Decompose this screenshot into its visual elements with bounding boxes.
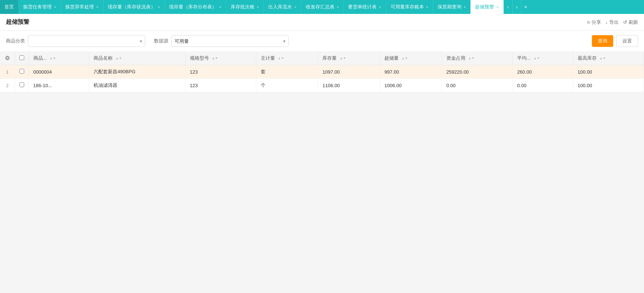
table-row: 1 0000004 六配套新昌490BPG 123 套 1097.00 997.… [0, 65, 644, 79]
nav-item-in-out-flow[interactable]: 出入库流水 × [264, 0, 301, 14]
nav-item-inventory-dist[interactable]: 现存量（库存分布表） × [165, 0, 226, 14]
category-select[interactable] [28, 35, 145, 47]
cell-capital: 259220.00 [442, 65, 512, 79]
close-expiry-query[interactable]: × [464, 5, 466, 9]
close-abnormal[interactable]: × [96, 5, 98, 9]
cell-product-code: 186-10... [29, 79, 89, 92]
close-inventory-dist[interactable]: × [219, 5, 221, 9]
page-container: 超储预警 ⎋ 分享 ↓ 导出 ↺ 刷新 商品分类 [0, 14, 644, 92]
sort-max-stock-icon: ▲▼ [599, 57, 606, 60]
cell-capital: 0.00 [442, 79, 512, 92]
gear-icon[interactable]: ⚙ [5, 55, 10, 61]
sort-stock-icon: ▲▼ [340, 57, 346, 60]
category-label: 商品分类 [6, 38, 25, 44]
close-order-stats[interactable]: × [379, 5, 381, 9]
col-spec[interactable]: 规格型号 ▲▼ [185, 51, 256, 65]
row-checkbox[interactable] [19, 82, 24, 87]
data-table: ⚙ 商品... ▲▼ 商品名称 ▲▼ 规格型号 ▲▼ [0, 51, 644, 92]
sort-avg-icon: ▲▼ [534, 57, 540, 60]
nav-item-abnormal[interactable]: 炼货异常处理 × [61, 0, 103, 14]
cell-product-name: 六配套新昌490BPG [89, 65, 185, 79]
table-body: 1 0000004 六配套新昌490BPG 123 套 1097.00 997.… [0, 65, 644, 92]
settings-button[interactable]: 设置 [616, 35, 638, 47]
row-checkbox-cell [15, 79, 29, 92]
query-button[interactable]: 查询 [592, 35, 613, 47]
refresh-button[interactable]: ↺ 刷新 [623, 19, 638, 26]
nav-item-batch-account[interactable]: 库存批次账 × [226, 0, 264, 14]
close-collect-summary[interactable]: × [337, 5, 339, 9]
col-overstock[interactable]: 超储量 ▲▼ [380, 51, 442, 65]
row-num: 1 [0, 65, 15, 79]
nav-item-overstock-warning[interactable]: 超储预警 × [471, 0, 503, 14]
nav-item-home[interactable]: 首页 [0, 0, 19, 14]
cell-avg: 260.00 [513, 65, 573, 79]
cell-stock: 1097.00 [318, 65, 380, 79]
cell-max-stock: 100.00 [573, 79, 644, 92]
cell-unit: 个 [256, 79, 318, 92]
table-row: 2 186-10... 机油滤清器 123 个 1106.00 1006.00 … [0, 79, 644, 92]
col-avg[interactable]: 平均... ▲▼ [513, 51, 573, 65]
col-capital[interactable]: 资金占用 ▲▼ [442, 51, 512, 65]
nav-item-order-stats[interactable]: 要货单统计表 × [344, 0, 386, 14]
cell-avg: 0.00 [513, 79, 573, 92]
table-container: ⚙ 商品... ▲▼ 商品名称 ▲▼ 规格型号 ▲▼ [0, 51, 644, 92]
category-filter: 商品分类 [6, 35, 145, 47]
row-checkbox[interactable] [19, 69, 24, 74]
nav-item-expiry-query[interactable]: 保质期查询 × [433, 0, 471, 14]
row-checkbox-cell [15, 65, 29, 79]
col-checkbox [15, 51, 29, 65]
export-icon: ↓ [605, 19, 608, 25]
nav-item-collect-summary[interactable]: 收发存汇总表 × [301, 0, 344, 14]
close-batch-account[interactable]: × [257, 5, 259, 9]
col-settings: ⚙ [0, 51, 15, 65]
cell-overstock: 997.00 [380, 65, 442, 79]
nav-item-available-account[interactable]: 可用量库存账本 × [386, 0, 433, 14]
datasource-filter: 数据源 可用量 库存量 [154, 35, 289, 47]
sort-product-name-icon: ▲▼ [116, 57, 122, 60]
cell-product-name: 机油滤清器 [89, 79, 185, 92]
share-button[interactable]: ⎋ 分享 [587, 19, 601, 26]
nav-arrow-left[interactable]: ‹ [504, 0, 512, 14]
col-unit[interactable]: 主计量 ▲▼ [256, 51, 318, 65]
cell-max-stock: 100.00 [573, 65, 644, 79]
datasource-label: 数据源 [154, 38, 168, 44]
nav-arrow-more[interactable]: × [521, 0, 530, 14]
filter-row: 商品分类 数据源 可用量 库存量 查询 设置 [0, 31, 644, 51]
close-available-account[interactable]: × [426, 5, 428, 9]
sort-spec-icon: ▲▼ [212, 57, 218, 60]
category-select-wrapper [28, 35, 145, 47]
sort-product-code-icon: ▲▼ [50, 57, 56, 60]
filter-actions: 查询 设置 [592, 35, 638, 47]
sort-unit-icon: ▲▼ [278, 57, 284, 60]
page-title: 超储预警 [6, 18, 29, 26]
col-product-name[interactable]: 商品名称 ▲▼ [89, 51, 185, 65]
row-num: 2 [0, 79, 15, 92]
close-task-mgmt[interactable]: × [54, 5, 56, 9]
datasource-select-wrapper: 可用量 库存量 [171, 35, 289, 47]
page-header: 超储预警 ⎋ 分享 ↓ 导出 ↺ 刷新 [0, 14, 644, 31]
col-stock[interactable]: 库存量 ▲▼ [318, 51, 380, 65]
col-max-stock[interactable]: 最高库存 ▲▼ [573, 51, 644, 65]
refresh-icon: ↺ [623, 19, 627, 25]
cell-overstock: 1006.00 [380, 79, 442, 92]
sort-overstock-icon: ▲▼ [402, 57, 408, 60]
close-inventory-status[interactable]: × [158, 5, 160, 9]
nav-item-inventory-status[interactable]: 现存量（库存状况表） × [103, 0, 165, 14]
header-actions: ⎋ 分享 ↓ 导出 ↺ 刷新 [587, 19, 638, 26]
share-icon: ⎋ [587, 19, 590, 25]
nav-item-task-mgmt[interactable]: 炼货任务管理 × [19, 0, 61, 14]
top-navigation: 首页 炼货任务管理 × 炼货异常处理 × 现存量（库存状况表） × 现存量（库存… [0, 0, 644, 14]
table-header-row: ⚙ 商品... ▲▼ 商品名称 ▲▼ 规格型号 ▲▼ [0, 51, 644, 65]
sort-capital-icon: ▲▼ [468, 57, 475, 60]
close-in-out-flow[interactable]: × [294, 5, 296, 9]
close-overstock-warning[interactable]: × [496, 5, 498, 9]
export-button[interactable]: ↓ 导出 [605, 19, 619, 26]
cell-spec: 123 [185, 65, 256, 79]
cell-spec: 123 [185, 79, 256, 92]
col-product-code[interactable]: 商品... ▲▼ [29, 51, 89, 65]
cell-product-code: 0000004 [29, 65, 89, 79]
cell-unit: 套 [256, 65, 318, 79]
nav-arrow-right[interactable]: › [512, 0, 521, 14]
select-all-checkbox[interactable] [19, 55, 24, 60]
datasource-select[interactable]: 可用量 库存量 [171, 35, 289, 47]
